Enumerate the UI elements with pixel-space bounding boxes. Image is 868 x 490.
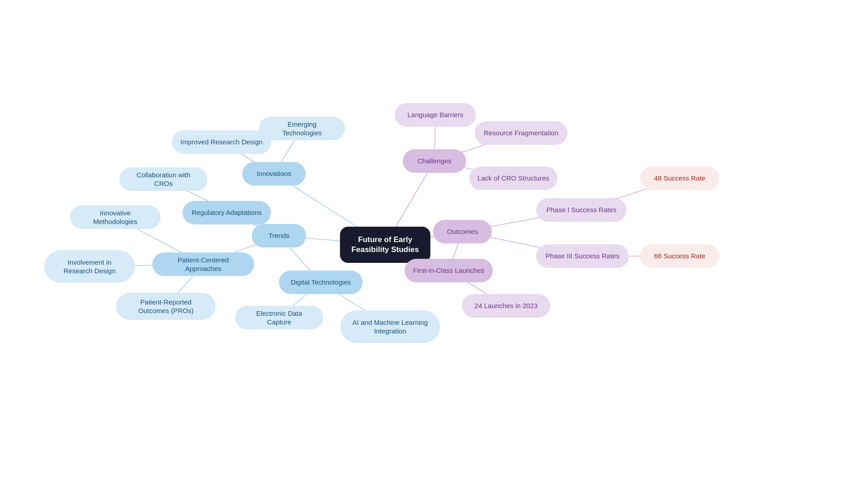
node-language_barriers: Language Barriers [395, 103, 476, 127]
node-digital_tech: Digital Technologies [279, 271, 363, 294]
node-label-launches_2023: 24 Launches in 2023 [475, 301, 538, 310]
node-label-innovative_methods: Innovative Methodologies [78, 209, 152, 226]
node-phase3_success: Phase III Success Rates [536, 244, 629, 268]
node-label-resource_frag: Resource Fragmentation [484, 128, 558, 138]
node-label-improved_research: Improved Research Design [180, 138, 263, 147]
node-patient_centered: Patient-Centered Approaches [152, 252, 254, 276]
node-label-ai_ml: AI and Machine Learning Integration [349, 318, 432, 336]
node-lack_cro: Lack of CRO Structures [469, 167, 557, 190]
node-label-patient_reported: Patient-Reported Outcomes (PROs) [124, 298, 208, 315]
node-label-success_48: 48 Success Rate [654, 174, 705, 183]
node-challenges: Challenges [403, 149, 466, 173]
node-resource_frag: Resource Fragmentation [475, 121, 567, 145]
node-label-outcomes: Outcomes [447, 227, 478, 236]
node-trends: Trends [252, 224, 306, 247]
node-launches_2023: 24 Launches in 2023 [462, 294, 550, 318]
node-involvement: Involvement in Research Design [44, 250, 135, 283]
node-label-first_class: First-in-Class Launches [413, 266, 485, 275]
node-label-trends: Trends [269, 231, 289, 240]
node-improved_research: Improved Research Design [172, 130, 271, 154]
node-electronic_data: Electronic Data Capture [235, 306, 323, 329]
node-innovations: Innovations [242, 162, 306, 186]
node-regulatory: Regulatory Adaptations [183, 201, 271, 224]
node-label-involvement: Involvement in Research Design [52, 258, 127, 276]
node-patient_reported: Patient-Reported Outcomes (PROs) [116, 293, 216, 320]
node-label-phase3_success: Phase III Success Rates [546, 252, 619, 261]
connections-svg [0, 0, 868, 490]
node-success_48: 48 Success Rate [640, 167, 719, 190]
node-phase1_success: Phase I Success Rates [536, 198, 627, 222]
node-center: Future of Early Feasibility Studies [340, 227, 430, 263]
node-label-electronic_data: Electronic Data Capture [243, 309, 315, 327]
node-outcomes: Outcomes [433, 220, 492, 243]
node-first_class: First-in-Class Launches [405, 259, 493, 282]
node-label-collab_cros: Collaboration with CROs [127, 171, 199, 188]
node-success_66: 66 Success Rate [640, 244, 719, 268]
node-label-lack_cro: Lack of CRO Structures [477, 174, 549, 183]
node-label-emerging_tech: Emerging Technologies [267, 120, 337, 138]
node-innovative_methods: Innovative Methodologies [70, 205, 160, 229]
node-label-digital_tech: Digital Technologies [291, 278, 351, 287]
node-label-success_66: 66 Success Rate [654, 252, 705, 261]
node-label-innovations: Innovations [257, 169, 292, 178]
node-label-center: Future of Early Feasibility Studies [348, 235, 422, 255]
node-collab_cros: Collaboration with CROs [119, 167, 208, 191]
mind-map: Future of Early Feasibility StudiesInnov… [0, 0, 868, 490]
node-emerging_tech: Emerging Technologies [259, 117, 345, 140]
node-ai_ml: AI and Machine Learning Integration [340, 310, 440, 343]
node-label-patient_centered: Patient-Centered Approaches [160, 256, 246, 273]
node-label-regulatory: Regulatory Adaptations [192, 208, 262, 217]
node-label-phase1_success: Phase I Success Rates [546, 205, 616, 214]
node-label-challenges: Challenges [417, 157, 451, 166]
node-label-language_barriers: Language Barriers [407, 110, 463, 119]
